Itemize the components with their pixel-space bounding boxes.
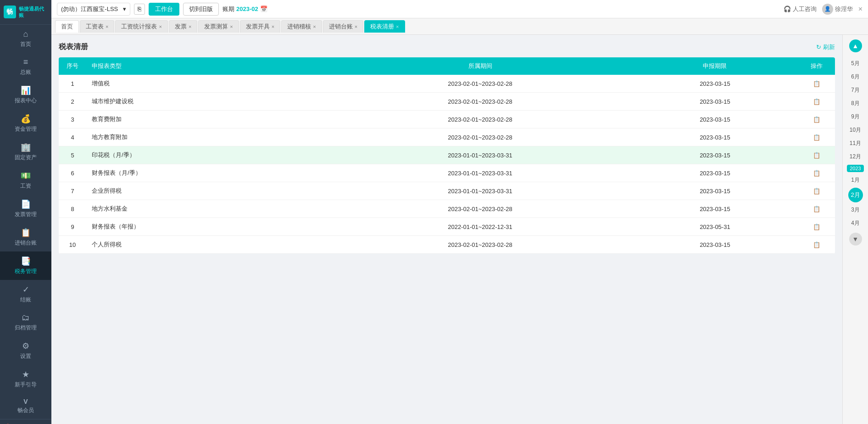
cell-action: 📋 xyxy=(798,218,835,236)
col-period: 所属期间 xyxy=(328,57,632,75)
calendar-up-nav[interactable]: ▲ xyxy=(849,39,862,52)
switch-old-button[interactable]: 切到旧版 xyxy=(183,3,219,16)
sidebar-item-label: 进销台账 xyxy=(15,239,37,247)
company-selector[interactable]: (勿动）江西服宝-LSS ▾ xyxy=(57,3,130,16)
fund-icon: 💰 xyxy=(21,114,31,124)
cal-month-9[interactable]: 9月 xyxy=(846,111,866,123)
sidebar-item-fixed-assets[interactable]: 🏢 固定资产 xyxy=(0,138,51,166)
tab-close-icon[interactable]: × xyxy=(313,24,316,29)
cell-period: 2023-01-01~2023-03-31 xyxy=(328,146,632,164)
cell-no: 8 xyxy=(59,200,86,218)
tab-tax-register[interactable]: 税表清册 × xyxy=(364,20,405,33)
action-file-icon[interactable]: 📋 xyxy=(812,168,821,178)
tab-purchase-ledger[interactable]: 进销台账 × xyxy=(323,20,363,33)
cal-month-6[interactable]: 6月 xyxy=(846,71,866,83)
sidebar-item-purchase-sales[interactable]: 📋 进销台账 xyxy=(0,223,51,251)
action-file-icon[interactable]: 📋 xyxy=(812,186,821,195)
action-file-icon[interactable]: 📋 xyxy=(812,133,821,142)
action-file-icon[interactable]: 📋 xyxy=(812,222,821,231)
sidebar-item-settlement[interactable]: ✓ 结账 xyxy=(0,280,51,308)
table-row: 6 财务报表（月/季） 2023-01-01~2023-03-31 2023-0… xyxy=(59,164,835,182)
sidebar-item-member[interactable]: V 畅会员 xyxy=(0,393,51,419)
calendar-down-nav[interactable]: ▼ xyxy=(849,233,862,245)
tab-close-icon[interactable]: × xyxy=(396,24,399,29)
tab-label: 发票测算 xyxy=(204,22,228,31)
action-file-icon[interactable]: 📋 xyxy=(812,151,821,160)
tab-close-icon[interactable]: × xyxy=(106,24,108,29)
cell-period: 2023-01-01~2023-03-31 xyxy=(328,182,632,200)
refresh-icon: ↻ xyxy=(816,44,821,50)
period-label: 账期 xyxy=(223,5,234,13)
sidebar-item-label: 税务管理 xyxy=(15,268,37,275)
cal-month-8[interactable]: 8月 xyxy=(846,97,866,110)
sidebar-item-label: 首页 xyxy=(20,40,31,48)
workbench-button[interactable]: 工作台 xyxy=(149,3,179,16)
tab-invoice-calc[interactable]: 发票测算 × xyxy=(198,20,239,33)
tab-invoice-issue[interactable]: 发票开具 × xyxy=(240,20,280,33)
tab-salary-stat[interactable]: 工资统计报表 × xyxy=(115,20,167,33)
sidebar-item-archive-mgmt[interactable]: 🗂 归档管理 xyxy=(0,308,51,336)
tab-close-icon[interactable]: × xyxy=(272,24,274,29)
cell-action: 📋 xyxy=(798,164,835,182)
cell-period: 2023-02-01~2023-02-28 xyxy=(328,128,632,146)
table-row: 10 个人所得税 2023-02-01~2023-02-28 2023-03-1… xyxy=(59,236,835,254)
calendar-icon[interactable]: 📅 xyxy=(260,6,267,12)
sidebar-item-label: 工资 xyxy=(20,182,31,190)
sidebar-item-general-ledger[interactable]: ≡ 总账 xyxy=(0,53,51,81)
cell-type: 增值税 xyxy=(86,75,328,93)
table-row: 9 财务报表（年报） 2022-01-01~2022-12-31 2023-05… xyxy=(59,218,835,236)
topbar-close-button[interactable]: × xyxy=(858,5,862,13)
table-row: 7 企业所得税 2023-01-01~2023-03-31 2023-03-15… xyxy=(59,182,835,200)
refresh-button[interactable]: ↻ 刷新 xyxy=(816,43,835,51)
tab-home-label: 首页 xyxy=(61,22,73,31)
cell-action: 📋 xyxy=(798,128,835,146)
cal-month-12[interactable]: 12月 xyxy=(846,151,866,163)
year-2023-badge[interactable]: 2023 xyxy=(847,165,863,172)
action-file-icon[interactable]: 📋 xyxy=(812,240,821,249)
sidebar-item-fund-mgmt[interactable]: 💰 资金管理 xyxy=(0,109,51,138)
action-file-icon[interactable]: 📋 xyxy=(812,97,821,106)
copy-icon[interactable]: ⎘ xyxy=(134,4,145,15)
sidebar-item-label: 总账 xyxy=(20,68,31,76)
page-header: 税表清册 ↻ 刷新 xyxy=(59,42,835,52)
tab-close-icon[interactable]: × xyxy=(230,24,233,29)
tab-close-icon[interactable]: × xyxy=(159,24,161,29)
cell-type: 个人所得税 xyxy=(86,236,328,254)
cal-month-1[interactable]: 1月 xyxy=(846,174,866,186)
cal-month-5[interactable]: 5月 xyxy=(846,57,866,70)
cal-month-3[interactable]: 3月 xyxy=(846,204,866,216)
cell-no: 1 xyxy=(59,75,86,93)
cell-no: 7 xyxy=(59,182,86,200)
cal-month-2-active[interactable]: 2月 xyxy=(848,188,863,202)
sidebar-item-home[interactable]: ⌂ 首页 xyxy=(0,25,51,53)
user-menu[interactable]: 👤 徐淫华 xyxy=(822,4,853,15)
action-file-icon[interactable]: 📋 xyxy=(812,79,821,88)
tab-invoice[interactable]: 发票 × xyxy=(169,20,197,33)
tabbar: 首页 工资表 × 工资统计报表 × 发票 × 发票测算 × 发票开具 × 进销稽… xyxy=(51,18,868,35)
sidebar-unpin-button[interactable]: 📌 取消固定 xyxy=(0,419,51,424)
sidebar-item-settings[interactable]: ⚙ 设置 xyxy=(0,336,51,365)
cell-deadline: 2023-03-15 xyxy=(632,164,798,182)
tab-home[interactable]: 首页 xyxy=(55,20,79,33)
cal-month-4[interactable]: 4月 xyxy=(846,217,866,229)
sidebar-item-label: 新手引导 xyxy=(15,381,37,389)
sidebar-item-report-center[interactable]: 📊 报表中心 xyxy=(0,81,51,109)
tab-salary-table[interactable]: 工资表 × xyxy=(80,20,114,33)
sidebar-item-tax-mgmt[interactable]: 📑 税务管理 xyxy=(0,251,51,280)
cell-deadline: 2023-03-15 xyxy=(632,75,798,93)
action-file-icon[interactable]: 📋 xyxy=(812,115,821,124)
sidebar-item-invoice-mgmt[interactable]: 📄 发票管理 xyxy=(0,195,51,223)
sidebar-item-salary[interactable]: 💵 工资 xyxy=(0,166,51,195)
action-file-icon[interactable]: 📋 xyxy=(812,204,821,213)
cal-month-7[interactable]: 7月 xyxy=(846,84,866,96)
tab-purchase-check[interactable]: 进销稽核 × xyxy=(281,20,322,33)
consult-button[interactable]: 🎧 人工咨询 xyxy=(784,5,817,13)
tab-close-icon[interactable]: × xyxy=(189,24,191,29)
sidebar-item-new-guide[interactable]: ★ 新手引导 xyxy=(0,365,51,393)
avatar-icon: 👤 xyxy=(822,4,833,15)
tab-close-icon[interactable]: × xyxy=(355,24,357,29)
cal-month-10[interactable]: 10月 xyxy=(846,124,866,136)
cell-no: 5 xyxy=(59,146,86,164)
sidebar-item-label: 归档管理 xyxy=(15,324,37,332)
cal-month-11[interactable]: 11月 xyxy=(846,137,866,150)
